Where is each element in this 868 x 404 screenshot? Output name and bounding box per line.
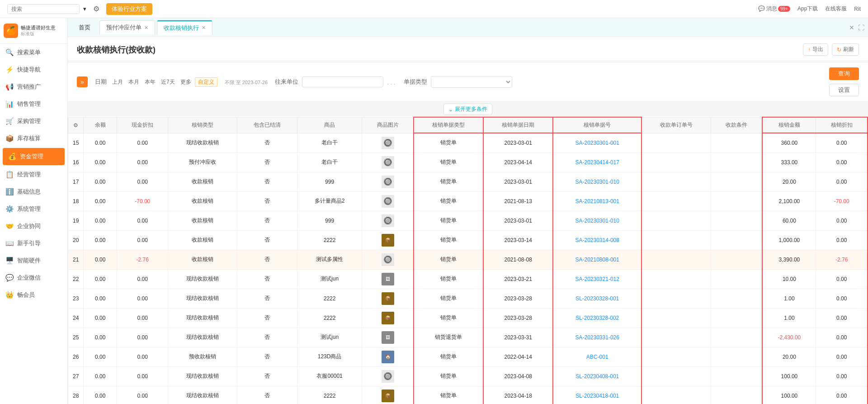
date-current-month[interactable]: 本月 [127,77,141,87]
cell-id: 22 [68,269,84,289]
goods-image-placeholder: 🔘 [382,370,394,383]
bill-no-link[interactable]: SL-20230328-001 [576,295,619,302]
bill-no-link[interactable]: SA-20230331-026 [576,334,619,341]
cell-bill-no[interactable]: SA-20210813-001 [553,191,642,211]
bill-no-link[interactable]: SA-20230301-001 [576,140,619,146]
tab-prepay[interactable]: 预付冲应付单 ✕ [99,20,155,34]
cell-bill-no[interactable]: SL-20230408-001 [553,366,642,386]
bill-no-link[interactable]: SA-20210808-001 [576,257,619,263]
bill-no-link[interactable]: SA-20230301-010 [576,218,619,224]
bill-no-link[interactable]: SA-20230321-012 [576,276,619,282]
tab-writeoff[interactable]: 收款核销执行 ✕ [157,20,212,35]
goods-image: 📦 [382,312,394,324]
cell-include-cleared: 否 [237,289,297,308]
online-service-link[interactable]: 在线客服 [825,5,847,13]
date-filter-group: 日期 上月 本月 本年 近7天 更多 自定义 [95,77,217,87]
goods-image: 🖼 [382,331,394,344]
export-button[interactable]: ↑ 导出 [803,43,828,56]
sidebar-item-collab[interactable]: 🤝 企业协同 [0,218,67,235]
cell-bill-no[interactable]: SA-20230301-010 [553,172,642,191]
query-button[interactable]: 查询 [829,67,859,80]
cell-cash-discount: 0.00 [117,133,168,152]
cell-bill-no[interactable]: SA-20230414-017 [553,152,642,172]
cell-bill-no[interactable]: SA-20230314-008 [553,230,642,250]
sidebar-item-hardware[interactable]: 🖥️ 智能硬件 [0,252,67,269]
cell-bill-no[interactable]: SL-20230328-001 [553,289,642,308]
th-writeoff-discount: 核销折扣 [816,117,868,133]
sidebar-item-finance[interactable]: 💰 资金管理 [3,148,65,165]
bill-no-link[interactable]: SA-20230414-017 [576,159,619,166]
tab-expand-button[interactable]: ⛶ [858,24,864,31]
cell-writeoff-type: 收款核销 [168,211,237,230]
cell-include-cleared: 否 [237,366,297,386]
bill-no-link[interactable]: SL-20230408-001 [576,373,619,380]
th-goods: 商品 [297,117,362,133]
bill-no-link[interactable]: SA-20230301-010 [576,179,619,185]
date-prev-month[interactable]: 上月 [110,77,125,87]
cell-receipt-condition [711,366,762,386]
refresh-button[interactable]: ↻ 刷新 [832,43,859,56]
app-download-link[interactable]: App下载 [797,5,818,13]
th-settings[interactable]: ⚙ [68,117,84,133]
goods-image: 🏠 [382,351,394,363]
cell-bill-type: 销货单 [414,347,483,366]
cell-writeoff-amount: 10.00 [762,269,816,289]
sidebar-item-sales[interactable]: 📊 销售管理 [0,95,67,113]
cell-bill-no[interactable]: ABC-001 [553,347,642,366]
sidebar-item-nav[interactable]: ⚡ 快捷导航 [0,61,67,78]
tab-writeoff-close[interactable]: ✕ [202,25,206,31]
bill-type-select[interactable] [431,76,512,88]
bill-no-link[interactable]: SL-20230328-002 [576,315,619,321]
goods-image: 📦 [382,234,394,247]
cell-bill-no[interactable]: SA-20230321-012 [553,269,642,289]
tab-close-all-button[interactable]: ✕ [849,24,854,31]
bill-type-filter-group: 单据类型 [404,76,512,88]
cell-bill-no[interactable]: SL-20230328-002 [553,308,642,328]
cell-bill-no[interactable]: SA-20230301-010 [553,211,642,230]
sidebar-item-member[interactable]: 👑 畅会员 [0,286,67,304]
expand-more-button[interactable]: ⌄ 展开更多条件 [443,104,492,115]
settings-button[interactable]: 设置 [829,84,859,96]
sidebar-item-wechat[interactable]: 💬 企业微信 [0,269,67,286]
sidebar-item-inventory[interactable]: 📦 库存核算 [0,130,67,147]
sidebar-item-search[interactable]: 🔍 搜索菜单 [0,44,67,61]
message-icon[interactable]: 💬 消息99+ [758,5,790,13]
bill-no-link[interactable]: SA-20230314-008 [576,237,619,243]
bill-no-link[interactable]: SL-20230418-001 [576,393,619,399]
date-more[interactable]: 更多 [179,77,193,87]
cell-receipt-order-no [642,386,711,404]
tab-home[interactable]: 首页 [71,21,98,34]
bill-no-link[interactable]: ABC-001 [586,354,609,360]
date-recent-7[interactable]: 近7天 [159,77,177,87]
cell-writeoff-type: 收款核销 [168,250,237,269]
cell-bill-no[interactable]: SL-20230418-001 [553,386,642,404]
cell-bill-no[interactable]: SA-20230331-026 [553,328,642,347]
trial-button[interactable]: 体验行业方案 [106,3,152,15]
tab-prepay-close[interactable]: ✕ [144,25,148,31]
lightning-icon: ⚡ [5,66,14,74]
sidebar-label-system: 系统管理 [17,205,41,213]
sidebar-item-marketing[interactable]: 📢 营销推广 [0,78,67,95]
cell-writeoff-discount: 0.00 [816,347,868,366]
counterpart-input[interactable] [302,76,383,87]
date-current-year[interactable]: 本年 [143,77,157,87]
filter-collapse-button[interactable]: » [77,76,88,87]
sidebar-item-purchase[interactable]: 🛒 采购管理 [0,113,67,130]
bill-no-link[interactable]: SA-20210813-001 [576,198,619,204]
sidebar-item-basic[interactable]: ℹ️ 基础信息 [0,183,67,200]
cell-bill-no[interactable]: SA-20210808-001 [553,250,642,269]
cell-goods-image: 🔘 [362,211,414,230]
sidebar-item-system[interactable]: ⚙️ 系统管理 [0,200,67,218]
search-input[interactable] [7,4,80,14]
date-custom[interactable]: 自定义 [195,77,217,87]
cell-goods-image: 🔘 [362,133,414,152]
gear-button[interactable]: ⚙ [90,3,103,15]
sidebar-label-nav: 快捷导航 [17,66,41,74]
cell-bill-no[interactable]: SA-20230301-001 [553,133,642,152]
sidebar-label-operations: 经营管理 [17,171,41,179]
sidebar-item-guide[interactable]: 📖 新手引导 [0,235,67,252]
sidebar-item-operations[interactable]: 📋 经营管理 [0,166,67,183]
cell-bill-date: 2023-03-14 [483,230,553,250]
cell-include-cleared: 否 [237,269,297,289]
cell-writeoff-amount: 60.00 [762,211,816,230]
